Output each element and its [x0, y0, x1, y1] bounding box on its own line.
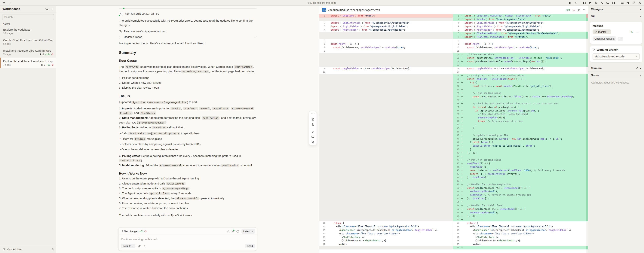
- diff-line: 47+ }, [loadPlans]);: [453, 176, 586, 179]
- diff-line: 46+ return () => clearInterval(interval)…: [453, 172, 586, 176]
- git-section-header[interactable]: Git ▾: [588, 13, 644, 20]
- diff-line: 49+ // Handle plan review completion: [453, 183, 586, 186]
- diff-additions: +59: [566, 8, 570, 11]
- panel-right-icon[interactable]: [612, 1, 615, 4]
- todos-checklist-icon: [119, 36, 122, 38]
- diff-line: 8: [453, 39, 586, 42]
- divider: [580, 1, 580, 4]
- working-branch-input[interactable]: vk/3ccf-explore-the-code ✎: [592, 53, 640, 60]
- diff-line: 2+import { invoke } from "@tauri-apps/ap…: [453, 18, 586, 21]
- open-pr-label: Open pull request: [594, 37, 614, 40]
- megaphone-icon[interactable]: [627, 1, 630, 4]
- latest-dropdown[interactable]: Latest: [242, 229, 255, 234]
- top-bar: vk/3ccf-explore-the-code: [0, 0, 644, 6]
- notes-section-header[interactable]: Notes ▾: [588, 72, 644, 79]
- git-compare-icon[interactable]: [594, 1, 598, 4]
- pr-options-dropdown[interactable]: [618, 37, 623, 41]
- notes-placeholder[interactable]: Add notes about this workspace...: [588, 79, 644, 86]
- monitor-icon[interactable]: [606, 1, 609, 4]
- root-cause-heading: Root Cause: [119, 59, 256, 63]
- drag-handle[interactable]: [311, 113, 314, 114]
- chat-bubble-icon[interactable]: [589, 1, 592, 4]
- deletions-count: -3: [144, 230, 147, 233]
- diff-line: 32+ }: [453, 123, 586, 126]
- diff-line: [319, 18, 453, 21]
- send-button[interactable]: Send: [245, 244, 255, 248]
- expand-icon[interactable]: [636, 67, 638, 69]
- diff-line: 41+: [453, 155, 586, 158]
- read-tool-call[interactable]: Read medusa/src/pages/Agent.tsx: [119, 30, 256, 33]
- branch-name: master: [598, 30, 606, 34]
- updated-todos-row[interactable]: Updated Todos: [119, 36, 256, 38]
- status-dot: [123, 8, 124, 9]
- diff-line: 22+: [453, 88, 586, 92]
- diff-line: 33+ }: [453, 126, 586, 130]
- assistant-paragraph: I've implemented the fix. Here's a summa…: [119, 41, 256, 46]
- up-arrow-icon: ↑: [629, 30, 631, 34]
- push-ahead-button[interactable]: ↑1: [629, 30, 633, 34]
- attach-paperclip-icon[interactable]: [138, 244, 141, 247]
- menu-icon[interactable]: [621, 1, 624, 4]
- monitor-icon[interactable]: [311, 135, 314, 138]
- diff-line: 12+ // Plan review state: [453, 53, 586, 56]
- diff-line: 4import { AgentHeader } from "@/componen…: [319, 28, 453, 32]
- diff-mode-icon[interactable]: [311, 118, 314, 121]
- diff-line: 65 {sidebarOpen && <RightSidebar />}: [453, 239, 586, 242]
- terminal-section-header[interactable]: Terminal ▸: [588, 64, 644, 72]
- diff-line: 45+ const interval = setInterval(loadPla…: [453, 169, 586, 172]
- diff-line: [319, 95, 453, 98]
- stack-icon[interactable]: [46, 8, 48, 10]
- files-changed-chip[interactable]: 2 files changed +61 -3: [120, 229, 148, 234]
- search-input[interactable]: [2, 14, 54, 20]
- list-item: • Calls invoke<PlanItem[]>('get_all_plan…: [120, 131, 256, 136]
- collapse-all-icon[interactable]: [574, 1, 577, 4]
- diff-line: 25+: [453, 98, 586, 102]
- terminal-icon[interactable]: [600, 1, 604, 4]
- diff-minimap[interactable]: [586, 14, 588, 253]
- sign-out-icon[interactable]: [9, 1, 12, 4]
- workspace-item[interactable]: Install and integrate Vibe Kanban Web7h …: [0, 47, 56, 58]
- diff-line: [319, 130, 453, 134]
- archive-icon[interactable]: [3, 1, 6, 4]
- terminal-tool-call[interactable]: npm run build 2>&1 | tail -80: [119, 12, 256, 16]
- pen-icon[interactable]: ✒: [144, 244, 146, 247]
- workspace-item[interactable]: Explore the codebase I want you to exp7h…: [0, 58, 56, 68]
- message-composer: 2 files changed +61 -3 Latest: [118, 227, 257, 251]
- diff-line: [319, 183, 453, 186]
- open-pull-request-button[interactable]: Open pull request: [592, 36, 616, 41]
- diff-line: 7+import { PlanItem, PlanStatus } from "…: [453, 35, 586, 39]
- more-options-button[interactable]: ···: [636, 30, 640, 34]
- list-item: 1. Imports: Added necessary imports for …: [119, 106, 256, 116]
- diff-line: [319, 106, 453, 109]
- workspace-item[interactable]: Explore the codebase35m ago: [0, 26, 56, 36]
- divider: [310, 128, 315, 128]
- diff-line: 38+ console.error('Failed to load plans:…: [453, 144, 586, 148]
- todos-status-icon[interactable]: [232, 230, 234, 232]
- git-compare-icon[interactable]: [311, 140, 314, 144]
- help-icon[interactable]: [632, 1, 636, 4]
- copy-icon[interactable]: [311, 123, 314, 126]
- diff-line: 18+ // Load plans and detect new pending…: [453, 74, 586, 77]
- sparkle-icon[interactable]: [226, 230, 229, 232]
- chevron-down-icon[interactable]: [254, 36, 256, 38]
- diff-line: 61 <div className="flex flex-col h-scree…: [453, 225, 586, 228]
- settings-gear-icon[interactable]: [638, 1, 641, 4]
- workspace-item[interactable]: Create Good First Issues on Github So p6…: [0, 36, 56, 47]
- diff-line: 11 return (: [319, 221, 453, 225]
- diff-line: 10: [319, 70, 453, 74]
- changes-section-header[interactable]: Changes ▸: [588, 6, 644, 13]
- view-archive-button[interactable]: View Archive 0: [0, 245, 56, 253]
- diff-line: [319, 112, 453, 116]
- panel-left-icon[interactable]: [583, 1, 586, 4]
- add-workspace-icon[interactable]: [51, 8, 54, 10]
- chevron-down-icon[interactable]: [582, 8, 585, 12]
- clipped-previous-message: [119, 7, 256, 9]
- edit-pencil-icon[interactable]: ✎: [635, 55, 638, 58]
- diff-view-mode-icon[interactable]: [577, 8, 580, 12]
- chat-input[interactable]: [121, 238, 254, 241]
- pause-icon[interactable]: [568, 1, 571, 4]
- play-icon[interactable]: [311, 130, 314, 133]
- model-dropdown[interactable]: Default: [121, 244, 136, 248]
- diff-line: 15 <ChatInterface />: [319, 235, 453, 239]
- branch-dropdown[interactable]: master: [592, 30, 611, 34]
